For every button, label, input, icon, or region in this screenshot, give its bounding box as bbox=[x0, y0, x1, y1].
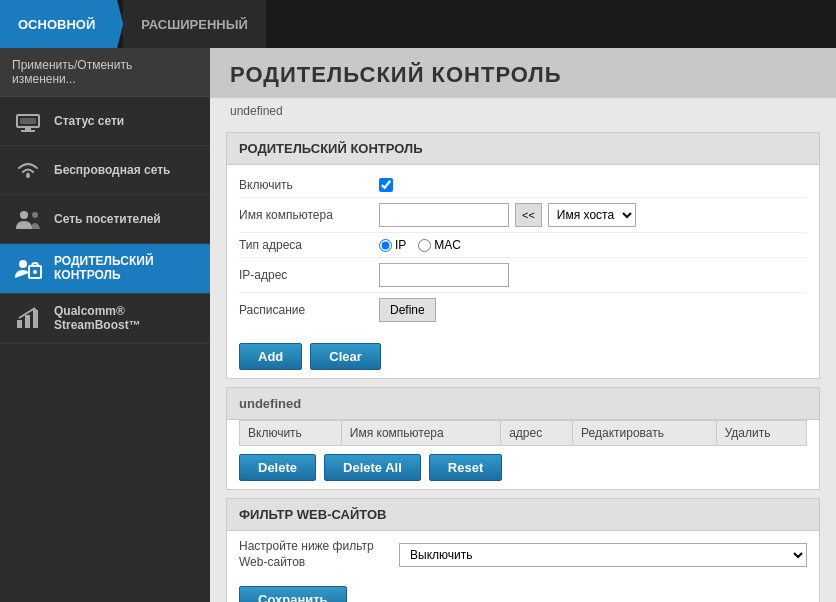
address-type-label: Тип адреса bbox=[239, 238, 379, 252]
parental-panel-header: РОДИТЕЛЬСКИЙ КОНТРОЛЬ bbox=[227, 133, 819, 165]
mac-radio[interactable] bbox=[418, 239, 431, 252]
parental-panel-body: Включить Имя компьютера << bbox=[227, 165, 819, 335]
schedule-row: Расписание Define bbox=[239, 293, 807, 327]
table-btn-row: Delete Delete All Reset bbox=[227, 446, 819, 489]
sidebar-item-streamboost[interactable]: Qualcomm® StreamBoost™ bbox=[0, 294, 210, 344]
ip-address-label: IP-адрес bbox=[239, 268, 379, 282]
col-delete: Удалить bbox=[716, 421, 806, 446]
computer-name-input[interactable] bbox=[379, 203, 509, 227]
define-button[interactable]: Define bbox=[379, 298, 436, 322]
sidebar: Применить/Отменить изменени... Статус се… bbox=[0, 48, 210, 602]
ip-address-input[interactable] bbox=[379, 263, 509, 287]
mac-radio-label[interactable]: MAC bbox=[418, 238, 461, 252]
address-type-row: Тип адреса IP MAC bbox=[239, 233, 807, 258]
svg-rect-10 bbox=[17, 320, 22, 328]
col-enable: Включить bbox=[240, 421, 342, 446]
svg-rect-1 bbox=[25, 127, 31, 130]
sidebar-item-network-status[interactable]: Статус сети bbox=[0, 97, 210, 146]
arrow-button[interactable]: << bbox=[515, 203, 542, 227]
ip-radio-label[interactable]: IP bbox=[379, 238, 406, 252]
web-filter-btn-row: Сохранить bbox=[227, 578, 819, 602]
parental-control-panel: РОДИТЕЛЬСКИЙ КОНТРОЛЬ Включить Имя компь… bbox=[226, 132, 820, 379]
people-icon bbox=[12, 205, 44, 233]
svg-rect-3 bbox=[20, 118, 36, 124]
enable-checkbox[interactable] bbox=[379, 178, 393, 192]
col-computer-name: Имя компьютера bbox=[341, 421, 500, 446]
page-title: РОДИТЕЛЬСКИЙ КОНТРОЛЬ bbox=[210, 48, 836, 98]
svg-point-6 bbox=[32, 212, 38, 218]
hostname-select[interactable]: Имя хоста bbox=[548, 203, 636, 227]
reset-button[interactable]: Reset bbox=[429, 454, 502, 481]
computer-name-control: << Имя хоста bbox=[379, 203, 636, 227]
add-button[interactable]: Add bbox=[239, 343, 302, 370]
parental-icon bbox=[12, 254, 44, 282]
enable-label: Включить bbox=[239, 178, 379, 192]
apply-cancel-btn[interactable]: Применить/Отменить изменени... bbox=[0, 48, 210, 97]
parental-table: Включить Имя компьютера адрес Редактиров… bbox=[239, 420, 807, 446]
sidebar-item-wireless[interactable]: Беспроводная сеть bbox=[0, 146, 210, 195]
top-nav: ОСНОВНОЙ РАСШИРЕННЫЙ bbox=[0, 0, 836, 48]
table-panel-header: undefined bbox=[227, 388, 819, 420]
computer-name-label: Имя компьютера bbox=[239, 208, 379, 222]
network-icon bbox=[12, 107, 44, 135]
svg-rect-12 bbox=[33, 310, 38, 328]
wifi-icon bbox=[12, 156, 44, 184]
boost-icon bbox=[12, 304, 44, 332]
save-button[interactable]: Сохранить bbox=[239, 586, 347, 602]
web-filter-label: Настройте ниже фильтр Web-сайтов bbox=[239, 539, 399, 570]
col-edit: Редактировать bbox=[573, 421, 717, 446]
web-filter-header: Фильтр Web-сайтов bbox=[227, 499, 819, 531]
web-filter-row: Настройте ниже фильтр Web-сайтов Выключи… bbox=[227, 531, 819, 578]
sidebar-item-guest-network[interactable]: Сеть посетителей bbox=[0, 195, 210, 244]
ip-address-row: IP-адрес bbox=[239, 258, 807, 293]
add-clear-btn-row: Add Clear bbox=[227, 335, 819, 378]
svg-point-9 bbox=[33, 270, 37, 274]
delete-all-button[interactable]: Delete All bbox=[324, 454, 421, 481]
schedule-label: Расписание bbox=[239, 303, 379, 317]
enable-control bbox=[379, 178, 393, 192]
content-area: РОДИТЕЛЬСКИЙ КОНТРОЛЬ undefined РОДИТЕЛЬ… bbox=[210, 48, 836, 602]
main-layout: Применить/Отменить изменени... Статус се… bbox=[0, 48, 836, 602]
svg-rect-2 bbox=[21, 130, 35, 132]
svg-point-7 bbox=[19, 260, 27, 268]
svg-point-4 bbox=[26, 174, 30, 178]
computer-name-row: Имя компьютера << Имя хоста bbox=[239, 198, 807, 233]
table-panel: undefined Включить Имя компьютера адрес … bbox=[226, 387, 820, 490]
web-filter-select-wrapper: Выключить bbox=[399, 543, 807, 567]
delete-button[interactable]: Delete bbox=[239, 454, 316, 481]
enable-row: Включить bbox=[239, 173, 807, 198]
svg-rect-11 bbox=[25, 315, 30, 328]
web-filter-select[interactable]: Выключить bbox=[399, 543, 807, 567]
schedule-control: Define bbox=[379, 298, 436, 322]
sidebar-item-parental-control[interactable]: РОДИТЕЛЬСКИЙ КОНТРОЛЬ bbox=[0, 244, 210, 294]
svg-point-5 bbox=[20, 211, 28, 219]
clear-button[interactable]: Clear bbox=[310, 343, 381, 370]
ip-address-control bbox=[379, 263, 509, 287]
address-type-control: IP MAC bbox=[379, 238, 461, 252]
nav-advanced[interactable]: РАСШИРЕННЫЙ bbox=[123, 0, 266, 48]
nav-basic[interactable]: ОСНОВНОЙ bbox=[0, 0, 123, 48]
col-address: адрес bbox=[501, 421, 573, 446]
table-wrapper: Включить Имя компьютера адрес Редактиров… bbox=[227, 420, 819, 446]
web-filter-panel: Фильтр Web-сайтов Настройте ниже фильтр … bbox=[226, 498, 820, 602]
page-subtitle: undefined bbox=[210, 98, 836, 124]
ip-radio[interactable] bbox=[379, 239, 392, 252]
